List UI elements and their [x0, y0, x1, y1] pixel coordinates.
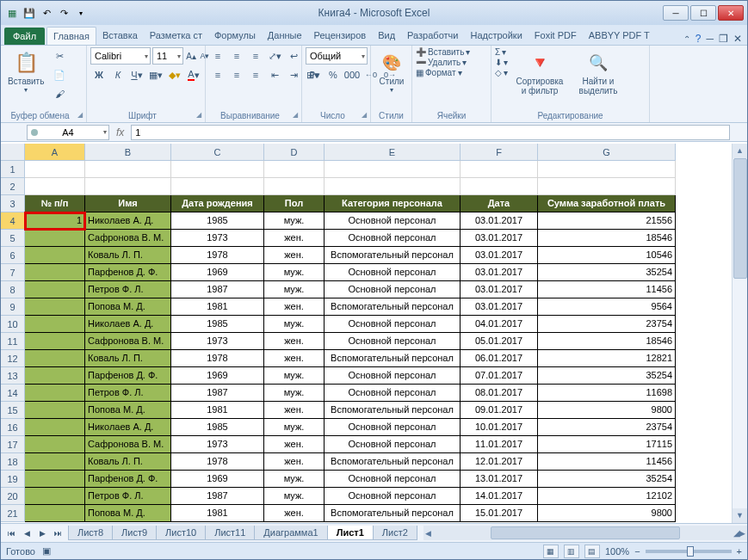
cell-F6[interactable]: 03.01.2017 [461, 247, 538, 264]
row-header-9[interactable]: 9 [1, 298, 25, 316]
cell-B20[interactable]: Петров Ф. Л. [85, 488, 171, 505]
cell-F1[interactable] [461, 161, 538, 178]
fx-icon[interactable]: fx [116, 126, 124, 138]
row-header-14[interactable]: 14 [1, 385, 25, 402]
ribbon-tab-7[interactable]: Разработчи [401, 27, 464, 45]
cell-G6[interactable]: 10546 [538, 247, 676, 264]
column-header-D[interactable]: D [264, 144, 325, 161]
cell-D18[interactable]: жен. [264, 453, 325, 471]
sheet-tab-Лист1[interactable]: Лист1 [327, 526, 374, 540]
mdi-restore-icon[interactable]: ❐ [719, 33, 728, 45]
cell-A9[interactable] [25, 298, 85, 316]
cell-C6[interactable]: 1978 [171, 247, 264, 264]
formula-input[interactable]: 1 [131, 125, 730, 140]
cell-B14[interactable]: Петров Ф. Л. [85, 385, 171, 402]
cell-C20[interactable]: 1987 [171, 488, 264, 505]
cell-E10[interactable]: Основной персонал [325, 316, 461, 333]
cell-G20[interactable]: 12102 [538, 488, 676, 505]
underline-icon[interactable]: Ч▾ [128, 66, 145, 83]
cell-F12[interactable]: 06.01.2017 [461, 350, 538, 367]
header-cell-C[interactable]: Дата рождения [171, 195, 264, 212]
cell-C5[interactable]: 1973 [171, 230, 264, 247]
ribbon-minimize-icon[interactable]: ⌃ [683, 34, 690, 44]
cell-B7[interactable]: Парфенов Д. Ф. [85, 264, 171, 281]
close-button[interactable]: ✕ [718, 5, 744, 21]
cell-E12[interactable]: Вспомогательный персонал [325, 350, 461, 367]
cell-E8[interactable]: Основной персонал [325, 281, 461, 298]
mdi-close-icon[interactable]: ✕ [733, 33, 742, 45]
header-cell-D[interactable]: Пол [264, 195, 325, 212]
cell-G4[interactable]: 21556 [538, 212, 676, 230]
cell-B10[interactable]: Николаев А. Д. [85, 316, 171, 333]
cell-D5[interactable]: жен. [264, 230, 325, 247]
cell-D7[interactable]: муж. [264, 264, 325, 281]
cell-B17[interactable]: Сафронова В. М. [85, 436, 171, 453]
file-tab[interactable]: Файл [4, 28, 45, 45]
scroll-up-icon[interactable]: ▲ [733, 144, 747, 158]
cell-E17[interactable]: Основной персонал [325, 436, 461, 453]
cell-B11[interactable]: Сафронова В. М. [85, 333, 171, 350]
cell-G5[interactable]: 18546 [538, 230, 676, 247]
undo-icon[interactable]: ↶ [39, 5, 54, 21]
cell-B4[interactable]: Николаев А. Д. [85, 212, 171, 230]
row-header-10[interactable]: 10 [1, 316, 25, 333]
cell-B21[interactable]: Попова М. Д. [85, 505, 171, 522]
cell-B6[interactable]: Коваль Л. П. [85, 247, 171, 264]
sheet-tab-Лист9[interactable]: Лист9 [112, 526, 157, 540]
cell-B13[interactable]: Парфенов Д. Ф. [85, 367, 171, 385]
wrap-text-icon[interactable]: ↩ [285, 47, 302, 65]
cell-B9[interactable]: Попова М. Д. [85, 298, 171, 316]
cell-F9[interactable]: 03.01.2017 [461, 298, 538, 316]
row-header-15[interactable]: 15 [1, 402, 25, 419]
align-top-icon[interactable]: ≡ [209, 47, 226, 65]
cell-G14[interactable]: 11698 [538, 385, 676, 402]
page-layout-view-icon[interactable]: ▥ [564, 545, 579, 558]
percent-icon[interactable]: % [325, 66, 342, 83]
sheet-tab-Диаграмма1[interactable]: Диаграмма1 [254, 526, 327, 540]
cell-E18[interactable]: Вспомогательный персонал [325, 453, 461, 471]
cell-E6[interactable]: Вспомогательный персонал [325, 247, 461, 264]
cell-C1[interactable] [171, 161, 264, 178]
cell-C19[interactable]: 1969 [171, 471, 264, 488]
sheet-nav-prev-icon[interactable]: ◀ [20, 526, 34, 540]
cell-D11[interactable]: жен. [264, 333, 325, 350]
ribbon-tab-3[interactable]: Формулы [208, 27, 262, 45]
horizontal-scrollbar[interactable]: ◀ ▶ [423, 526, 747, 540]
cell-C13[interactable]: 1969 [171, 367, 264, 385]
cell-G2[interactable] [538, 178, 676, 195]
cell-C14[interactable]: 1987 [171, 385, 264, 402]
cell-F11[interactable]: 05.01.2017 [461, 333, 538, 350]
increase-indent-icon[interactable]: ⇥ [285, 66, 302, 83]
zoom-level[interactable]: 100% [605, 546, 629, 557]
bold-icon[interactable]: Ж [90, 66, 108, 83]
currency-icon[interactable]: ₽▾ [306, 66, 323, 83]
align-center-icon[interactable]: ≡ [228, 66, 245, 83]
ribbon-tab-1[interactable]: Вставка [96, 27, 144, 45]
row-header-3[interactable]: 3 [1, 195, 25, 212]
fill-color-icon[interactable]: ◆▾ [166, 66, 183, 83]
cell-G21[interactable]: 9800 [538, 505, 676, 522]
cell-B1[interactable] [85, 161, 171, 178]
column-header-C[interactable]: C [171, 144, 264, 161]
sheet-tab-Лист2[interactable]: Лист2 [373, 526, 417, 540]
row-header-20[interactable]: 20 [1, 488, 25, 505]
cell-C8[interactable]: 1987 [171, 281, 264, 298]
ribbon-tab-10[interactable]: ABBYY PDF T [583, 27, 656, 45]
cell-C15[interactable]: 1981 [171, 402, 264, 419]
cell-G17[interactable]: 17115 [538, 436, 676, 453]
copy-icon[interactable]: 📄 [51, 66, 68, 83]
cell-C11[interactable]: 1973 [171, 333, 264, 350]
row-header-13[interactable]: 13 [1, 367, 25, 385]
cell-C10[interactable]: 1985 [171, 316, 264, 333]
row-header-21[interactable]: 21 [1, 505, 25, 522]
sheet-nav-last-icon[interactable]: ⏭ [51, 526, 65, 540]
sheet-tab-Лист10[interactable]: Лист10 [156, 526, 206, 540]
delete-cells-button[interactable]: ➖Удалить ▾ [416, 58, 467, 67]
header-cell-E[interactable]: Категория персонала [325, 195, 461, 212]
cell-A21[interactable] [25, 505, 85, 522]
cell-G12[interactable]: 12821 [538, 350, 676, 367]
cell-D10[interactable]: муж. [264, 316, 325, 333]
font-dialog-icon[interactable]: ◢ [196, 111, 201, 119]
cell-D6[interactable]: жен. [264, 247, 325, 264]
column-header-B[interactable]: B [85, 144, 171, 161]
